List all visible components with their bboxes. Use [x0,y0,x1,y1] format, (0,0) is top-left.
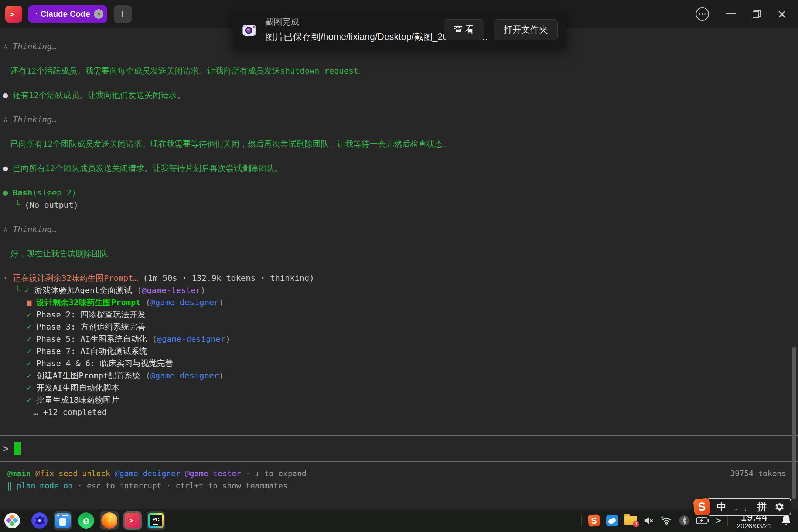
battery-icon[interactable] [696,516,709,525]
tray-separator-2 [727,515,728,526]
notification-bell-icon[interactable] [780,514,792,527]
text-segment: ( [146,298,150,307]
text-segment: (sleep 2) [32,188,76,197]
terminal-line: ✓ Phase 4 & 6: 临床实习与视觉完善 [0,357,798,369]
text-segment: 开发AI生图自动化脚本 [37,383,120,392]
close-icon[interactable]: × [778,8,786,20]
text-segment: ( [146,371,150,380]
window-controls: × [696,7,786,21]
terminal-line: ∴ Thinking… [0,223,798,235]
text-segment: Phase 4 & 6: 临床实习与视觉完善 [37,359,173,368]
terminal-line: └ ✓ 游戏体验师Agent全面测试 (@game-tester) [0,284,798,296]
tab-claude-code[interactable]: · Claude Code × [28,5,107,23]
text-segment: ∴ [3,225,13,234]
cloud-tray-icon[interactable] [606,515,618,526]
taskbar: e >_ PC S 1 [0,509,798,532]
folder-tray-icon[interactable]: 1 [624,516,637,525]
text-segment [180,469,185,478]
text-segment: 还有12个活跃成员。让我向他们发送关闭请求。 [13,91,185,100]
text-segment: Phase 5: AI生图系统自动化 [37,334,152,344]
new-tab-button[interactable]: + [114,5,132,23]
browser-icon[interactable]: e [77,511,95,530]
text-segment: · [3,273,13,283]
ime-mode-chinese[interactable]: 中 [717,500,727,514]
terminal-line: ✓ Phase 2: 四诊探查玩法开发 [0,308,798,321]
status-line-agents: @main @fix-seed-unlock @game-designer @g… [7,468,791,480]
terminal-line: 还有12个活跃成员。我需要向每个成员发送关闭请求。让我向所有成员发送shutdo… [0,65,798,77]
minimize-icon[interactable] [726,13,736,14]
text-segment: Thinking… [13,225,57,234]
text-segment: ∴ [3,42,13,51]
text-segment [110,469,115,478]
ime-pinyin-indicator[interactable]: 拼 [757,500,767,514]
terminal-line: ● Bash(sleep 2) [0,187,798,199]
ime-panel: 中 。， 拼 [706,498,791,516]
bluetooth-icon[interactable] [679,515,690,526]
scrollbar-thumb[interactable] [792,347,796,499]
text-segment: @game-designer [150,371,219,380]
terminal-line: ✓ 开发AI生图自动化脚本 [0,382,798,394]
text-segment: ✓ [27,310,37,319]
text-segment: Thinking… [13,115,57,124]
file-manager-icon[interactable] [54,511,72,530]
text-segment: ● [3,188,13,197]
prompt-input[interactable]: > [0,435,798,462]
sogou-logo[interactable]: S [693,498,711,516]
text-segment: ✓ [27,371,37,380]
text-segment: Phase 7: AI自动化测试系统 [37,347,147,356]
pycharm-icon[interactable]: PC [147,511,165,530]
notification-badge: 1 [633,521,639,527]
taskbar-separator [25,515,25,526]
wifi-icon[interactable]: 6 [661,515,672,526]
terminal-line: ∴ Thinking… [0,113,798,126]
prompt-char: > [3,443,9,454]
text-segment: 还有12个活跃成员。我需要向每个成员发送关闭请求。让我向所有成员发送shutdo… [10,66,366,75]
terminal-line: └ (No output) [0,199,798,211]
text-segment: ( [137,286,141,295]
text-segment: ✓ [27,334,37,344]
text-segment: @game-designer [157,334,225,344]
terminal-blank-line [0,126,798,138]
firefox-icon[interactable] [100,511,119,530]
notification-message: 图片已保存到/home/lixiang/Desktop/截图_20260321… [265,31,429,43]
sogou-tray-icon[interactable]: S [588,514,600,527]
text-segment: ■ [27,298,37,307]
text-segment: ( [152,334,157,344]
text-segment: ) [225,334,230,344]
text-segment: ✓ [27,359,37,368]
terminal-line: ✓ Phase 7: AI自动化测试系统 [0,345,798,357]
text-segment: 创建AI生图Prompt配置系统 [37,371,146,380]
window-menu-icon[interactable] [696,7,709,21]
tab-close-icon[interactable]: × [94,9,103,19]
text-segment: ✓ [27,347,37,356]
terminal-line: ✓ Phase 5: AI生图系统自动化 (@game-designer) [0,333,798,345]
open-folder-button[interactable]: 打开文件夹 [494,19,558,40]
view-button[interactable]: 查 看 [444,19,484,40]
text-segment: @main [7,469,31,478]
launcher-icon[interactable] [4,513,20,528]
tray-separator [581,515,582,526]
ime-punctuation-toggle[interactable]: 。， [734,502,750,512]
text-cursor [14,442,21,455]
terminal-taskbar-icon[interactable]: >_ [123,511,142,530]
text-segment: 已向所有12个团队成员发送关闭请求。让我等待片刻后再次尝试删除团队。 [13,164,283,173]
tray-expand-chevron[interactable]: > [716,515,721,526]
text-segment: ✓ [25,286,35,295]
ime-bar: S 中 。， 拼 [694,498,791,516]
volume-muted-icon[interactable] [643,515,654,526]
terminal-blank-line [0,52,798,65]
terminal-blank-line [0,211,798,223]
control-center-icon[interactable] [30,511,49,530]
text-segment: @game-designer [115,469,180,478]
ime-settings-gear-icon[interactable] [774,502,784,512]
desktop-screen: >_ · Claude Code × + × 截图完成 图片已保存到/home [0,0,798,532]
text-segment: Phase 2: 四诊探查玩法开发 [37,310,146,319]
text-segment: ) [219,371,224,380]
text-segment: 已向所有12个团队成员发送关闭请求。现在我需要等待他们关闭，然后再次尝试删除团队… [10,139,451,149]
svg-text:6: 6 [661,515,664,520]
text-segment: ‖ plan mode on [7,481,73,490]
text-segment: ) [219,298,224,307]
restore-icon[interactable] [753,10,761,18]
screenshot-notification: 截图完成 图片已保存到/home/lixiang/Desktop/截图_2026… [233,10,566,49]
terminal-line: ✓ Phase 3: 方剂追缉系统完善 [0,321,798,333]
